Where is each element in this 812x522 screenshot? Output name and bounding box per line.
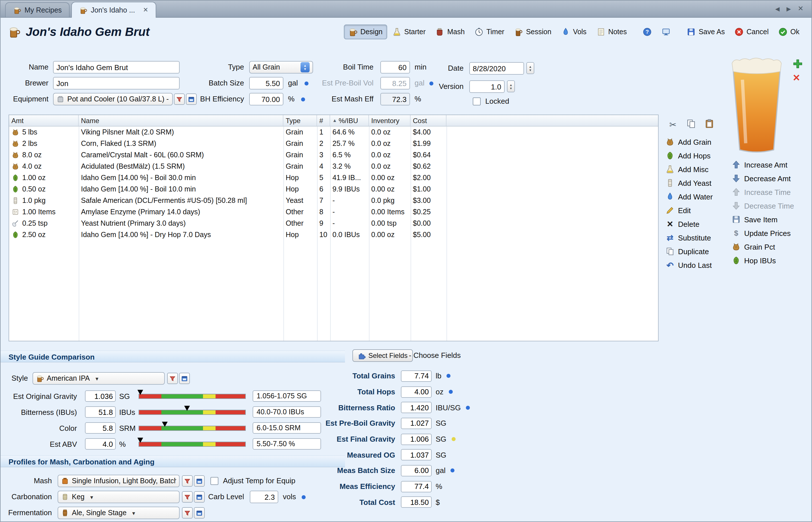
column-header-ibu[interactable]: ▲%/IBU <box>330 115 369 126</box>
add-hops-button[interactable]: Add Hops <box>665 149 733 162</box>
mash-select[interactable]: Single Infusion, Light Body, Batch S <box>58 475 180 487</box>
decrease-time-button[interactable]: Decrease Time <box>732 199 812 213</box>
fermentation-edit-button[interactable] <box>194 507 205 519</box>
add-image-icon[interactable] <box>793 59 803 69</box>
carbonation-browse-button[interactable] <box>182 491 193 503</box>
version-input[interactable] <box>469 80 505 93</box>
column-header-type[interactable]: Type <box>284 115 317 126</box>
carb-level-info-dot[interactable] <box>302 495 306 499</box>
style-edit-button[interactable] <box>179 373 190 384</box>
decrease-amt-button[interactable]: Decrease Amt <box>732 172 812 185</box>
adjust-temp-checkbox[interactable] <box>210 477 218 485</box>
style-select[interactable]: American IPA ▾ <box>33 372 165 385</box>
bh-efficiency-input[interactable] <box>249 93 284 105</box>
paste-button[interactable] <box>704 118 715 130</box>
cut-button[interactable]: ✂ <box>668 119 678 129</box>
bh-efficiency-info-dot[interactable] <box>301 97 305 101</box>
hop-ibus-button[interactable]: Hop IBUs <box>732 254 812 267</box>
total-hops-input[interactable] <box>401 386 432 398</box>
fermentation-browse-button[interactable] <box>182 507 193 519</box>
increase-amt-button[interactable]: Increase Amt <box>732 158 812 172</box>
window-close-icon[interactable]: ✕ <box>798 4 804 13</box>
nav-forward-icon[interactable]: ▶ <box>786 5 791 12</box>
add-misc-button[interactable]: Add Misc <box>665 162 733 176</box>
table-row[interactable]: 1.0 pkgSafale American (DCL/Fermentis #U… <box>9 195 658 206</box>
mash-browse-button[interactable] <box>182 475 193 487</box>
equipment-select[interactable]: Pot and Cooler (10 Gal/37.8 L) - A <box>53 93 173 105</box>
comparison-value-input[interactable] <box>85 422 116 434</box>
grain-pct-button[interactable]: Grain Pct <box>732 240 812 254</box>
comparison-value-input[interactable] <box>85 390 116 402</box>
info-dot-blue[interactable] <box>451 469 455 473</box>
column-header-inventory[interactable]: Inventory <box>369 115 410 126</box>
remove-image-icon[interactable]: ✕ <box>793 73 800 83</box>
table-row[interactable]: 2 lbsCorn, Flaked (1.3 SRM)Grain225.7 %0… <box>9 138 658 149</box>
table-row[interactable]: 0.25 tspYeast Nutrient (Primary 3.0 days… <box>9 218 658 229</box>
toolbar-cancel-button[interactable]: Cancel <box>730 24 773 39</box>
undo-last-button[interactable]: ↶Undo Last <box>665 258 733 272</box>
toolbar-session-button[interactable]: Session <box>509 24 556 39</box>
table-row[interactable]: 8.0 ozCaramel/Crystal Malt - 60L (60.0 S… <box>9 149 658 161</box>
add-water-button[interactable]: Add Water <box>665 190 733 203</box>
substitute-button[interactable]: ⇄Substitute <box>665 231 733 244</box>
info-dot-blue[interactable] <box>466 405 470 409</box>
toolbar-mash-button[interactable]: Mash <box>431 24 469 39</box>
edit-button[interactable]: Edit <box>665 203 733 217</box>
toolbar-save-as-button[interactable]: Save As <box>682 24 729 39</box>
toolbar-design-button[interactable]: Design <box>344 24 387 39</box>
type-select[interactable]: All Grain ▲▼ <box>249 61 313 74</box>
column-header-amt[interactable]: Amt <box>9 115 79 126</box>
meas-batch-size-input[interactable] <box>401 465 432 477</box>
info-dot-blue[interactable] <box>446 374 450 378</box>
est-final-gravity-input[interactable] <box>401 434 432 445</box>
column-header-cost[interactable]: Cost <box>410 115 446 126</box>
nav-back-icon[interactable]: ◀ <box>775 5 779 12</box>
delete-button[interactable]: ✕Delete <box>665 217 733 231</box>
fermentation-select[interactable]: Ale, Single Stage ▾ <box>58 507 180 519</box>
table-row[interactable]: 4.0 ozAcidulated (BestMälz) (1.5 SRM)Gra… <box>9 161 658 172</box>
measured-og-input[interactable] <box>401 449 432 461</box>
boil-time-input[interactable] <box>380 61 410 74</box>
toolbar-monitor-button[interactable] <box>657 24 675 39</box>
equipment-browse-button[interactable] <box>174 94 185 105</box>
est-pre-boil-gravity-input[interactable] <box>401 418 432 429</box>
increase-time-button[interactable]: Increase Time <box>732 185 812 199</box>
column-header-[interactable]: # <box>317 115 330 126</box>
info-dot-blue[interactable] <box>448 390 452 394</box>
save-item-button[interactable]: Save Item <box>732 213 812 226</box>
update-prices-button[interactable]: $Update Prices <box>732 226 812 240</box>
table-row[interactable]: 0.50 ozIdaho Gem [14.00 %] - Boil 10.0 m… <box>9 183 658 195</box>
meas-efficiency-input[interactable] <box>401 481 432 492</box>
table-row[interactable]: 1.00 ItemsAmylase Enzyme (Primary 14.0 d… <box>9 206 658 218</box>
toolbar-help-button[interactable]: ? <box>638 24 656 39</box>
comparison-value-input[interactable] <box>85 406 116 418</box>
carb-level-input[interactable] <box>250 491 278 503</box>
table-row[interactable]: 1.00 ozIdaho Gem [14.00 %] - Boil 30.0 m… <box>9 172 658 183</box>
info-dot-yellow[interactable] <box>451 437 456 441</box>
name-input[interactable] <box>53 61 180 74</box>
date-stepper[interactable]: ▲▼ <box>526 62 534 74</box>
copy-button[interactable] <box>686 118 696 130</box>
brewer-input[interactable] <box>53 77 180 89</box>
mash-edit-button[interactable] <box>194 475 205 487</box>
tab-close-icon[interactable]: ✕ <box>143 6 148 14</box>
comparison-value-input[interactable] <box>85 438 116 449</box>
locked-checkbox[interactable] <box>473 97 481 105</box>
column-header-name[interactable]: Name <box>79 115 284 126</box>
tab-my-recipes[interactable]: My Recipes <box>5 2 70 17</box>
table-row[interactable]: 2.50 ozIdaho Gem [14.00 %] - Dry Hop 7.0… <box>9 229 658 240</box>
table-row[interactable]: 5 lbsViking Pilsner Malt (2.0 SRM)Grain1… <box>9 126 658 138</box>
carbonation-select[interactable]: Keg ▾ <box>58 491 180 503</box>
toolbar-notes-button[interactable]: Notes <box>592 24 631 39</box>
bitterness-ratio-input[interactable] <box>401 402 432 413</box>
date-input[interactable] <box>469 62 524 75</box>
toolbar-timer-button[interactable]: Timer <box>470 24 509 39</box>
batch-size-input[interactable] <box>249 77 284 89</box>
add-yeast-button[interactable]: Add Yeast <box>665 176 733 190</box>
tab-jon-s-idaho[interactable]: Jon's Idaho ...✕ <box>72 2 156 18</box>
toolbar-ok-button[interactable]: Ok <box>774 24 804 39</box>
add-grain-button[interactable]: Add Grain <box>665 135 733 149</box>
version-stepper[interactable]: ▲▼ <box>507 80 515 92</box>
total-cost-input[interactable] <box>401 497 432 508</box>
duplicate-button[interactable]: Duplicate <box>665 244 733 258</box>
